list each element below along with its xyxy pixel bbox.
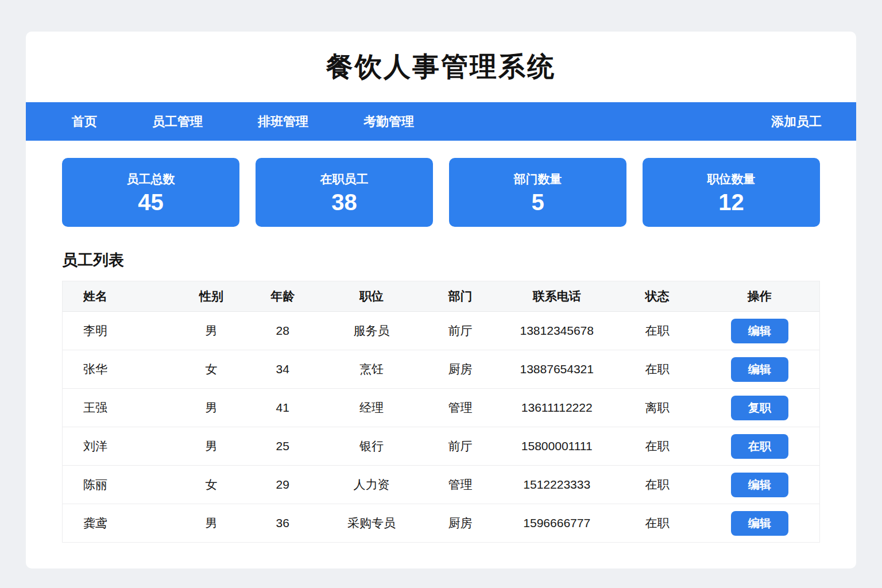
stat-value: 5 xyxy=(531,191,544,214)
stat-label: 在职员工 xyxy=(320,171,369,187)
cell-gender: 男 xyxy=(179,438,244,454)
cell-position: 烹饪 xyxy=(322,361,422,377)
cell-position: 采购专员 xyxy=(322,515,422,531)
cell-phone: 1596666777 xyxy=(499,516,615,530)
header-department: 部门 xyxy=(421,288,498,304)
cell-position: 银行 xyxy=(322,438,422,454)
nav-item-employee-management[interactable]: 员工管理 xyxy=(152,113,203,130)
table-row: 李明 男 28 服务员 前厅 13812345678 在职 编辑 xyxy=(63,312,819,350)
status-button[interactable]: 在职 xyxy=(731,434,788,459)
page-title: 餐饮人事管理系统 xyxy=(26,32,856,102)
nav-item-attendance-management[interactable]: 考勤管理 xyxy=(363,113,414,130)
stat-label: 职位数量 xyxy=(707,171,756,187)
cell-department: 管理 xyxy=(421,400,498,416)
stat-value: 12 xyxy=(718,191,744,214)
nav-items: 首页 员工管理 排班管理 考勤管理 xyxy=(72,113,414,130)
cell-phone: 13887654321 xyxy=(499,362,615,376)
table-row: 王强 男 41 经理 管理 13611112222 离职 复职 xyxy=(63,389,819,427)
table-row: 刘洋 男 25 银行 前厅 15800001111 在职 在职 xyxy=(63,427,819,466)
cell-department: 厨房 xyxy=(421,361,498,377)
cell-status: 在职 xyxy=(615,515,700,531)
nav-item-scheduling-management[interactable]: 排班管理 xyxy=(258,113,308,130)
header-position: 职位 xyxy=(322,288,422,304)
employee-table: 姓名 性别 年龄 职位 部门 联系电话 状态 操作 李明 男 28 服务员 前厅… xyxy=(62,281,820,543)
table-row: 陈丽 女 29 人力资 管理 1512223333 在职 编辑 xyxy=(63,466,819,504)
table-row: 张华 女 34 烹饪 厨房 13887654321 在职 编辑 xyxy=(63,350,819,389)
cell-gender: 女 xyxy=(179,361,244,377)
stat-card-total-employees: 员工总数 45 xyxy=(62,158,239,227)
cell-department: 厨房 xyxy=(421,515,498,531)
cell-status: 离职 xyxy=(615,400,700,416)
navbar: 首页 员工管理 排班管理 考勤管理 添加员工 xyxy=(26,102,856,141)
stat-card-active-employees: 在职员工 38 xyxy=(256,158,433,227)
stat-value: 38 xyxy=(331,191,357,214)
edit-button[interactable]: 编辑 xyxy=(731,319,788,343)
stat-label: 员工总数 xyxy=(127,171,175,187)
table-header-row: 姓名 性别 年龄 职位 部门 联系电话 状态 操作 xyxy=(63,281,819,312)
cell-age: 29 xyxy=(244,478,321,492)
cell-age: 41 xyxy=(244,401,321,415)
cell-status: 在职 xyxy=(615,438,700,454)
cell-gender: 男 xyxy=(179,515,244,531)
cell-status: 在职 xyxy=(615,323,700,339)
stat-value: 45 xyxy=(138,191,164,214)
cell-gender: 男 xyxy=(179,323,244,339)
stat-card-position-count: 职位数量 12 xyxy=(643,158,820,227)
cell-status: 在职 xyxy=(615,361,700,377)
reinstate-button[interactable]: 复职 xyxy=(731,396,788,420)
stat-card-department-count: 部门数量 5 xyxy=(449,158,626,227)
cell-department: 前厅 xyxy=(421,323,498,339)
cell-name: 刘洋 xyxy=(63,438,179,454)
cell-phone: 1512223333 xyxy=(499,478,615,492)
stat-label: 部门数量 xyxy=(514,171,562,187)
add-employee-button[interactable]: 添加员工 xyxy=(771,113,822,130)
cell-age: 25 xyxy=(244,439,321,453)
cell-name: 陈丽 xyxy=(63,477,179,493)
header-phone: 联系电话 xyxy=(499,288,615,304)
header-gender: 性别 xyxy=(179,288,244,304)
cell-age: 28 xyxy=(244,324,321,338)
table-row: 龚鸢 男 36 采购专员 厨房 1596666777 在职 编辑 xyxy=(63,504,819,543)
stats-row: 员工总数 45 在职员工 38 部门数量 5 职位数量 12 xyxy=(26,141,856,227)
edit-button[interactable]: 编辑 xyxy=(731,511,788,536)
cell-phone: 13611112222 xyxy=(499,401,615,415)
cell-name: 张华 xyxy=(63,361,179,377)
cell-gender: 女 xyxy=(179,477,244,493)
header-action: 操作 xyxy=(700,288,819,304)
cell-department: 管理 xyxy=(421,477,498,493)
cell-phone: 15800001111 xyxy=(499,439,615,453)
cell-name: 龚鸢 xyxy=(63,515,179,531)
main-panel: 餐饮人事管理系统 首页 员工管理 排班管理 考勤管理 添加员工 员工总数 45 … xyxy=(26,32,856,568)
edit-button[interactable]: 编辑 xyxy=(731,357,788,382)
edit-button[interactable]: 编辑 xyxy=(731,473,788,497)
cell-phone: 13812345678 xyxy=(499,324,615,338)
nav-item-home[interactable]: 首页 xyxy=(72,113,97,130)
cell-status: 在职 xyxy=(615,477,700,493)
cell-department: 前厅 xyxy=(421,438,498,454)
header-age: 年龄 xyxy=(244,288,321,304)
cell-position: 服务员 xyxy=(322,323,422,339)
cell-name: 王强 xyxy=(63,400,179,416)
cell-position: 人力资 xyxy=(322,477,422,493)
header-name: 姓名 xyxy=(63,288,179,304)
header-status: 状态 xyxy=(615,288,700,304)
cell-position: 经理 xyxy=(322,400,422,416)
cell-age: 36 xyxy=(244,516,321,530)
employee-list-title: 员工列表 xyxy=(62,250,820,270)
cell-age: 34 xyxy=(244,362,321,376)
cell-gender: 男 xyxy=(179,400,244,416)
cell-name: 李明 xyxy=(63,323,179,339)
